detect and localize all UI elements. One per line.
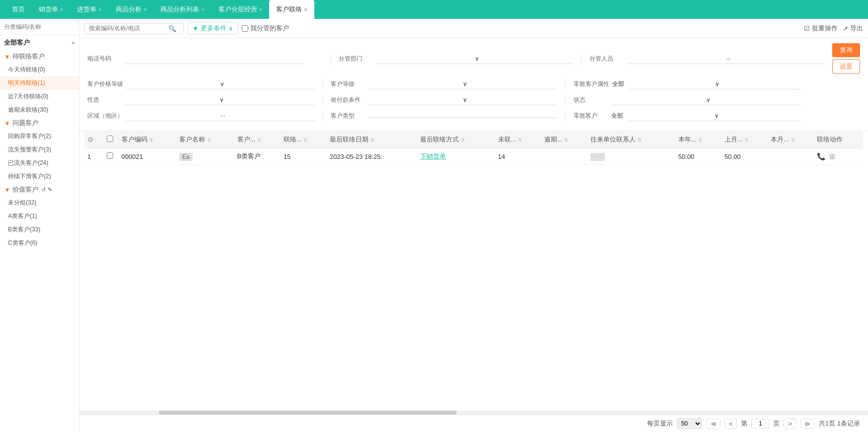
customer-table-container: ⚙ 客户编码 ⇅ 客户名称 ⇅ 客户... ⇅ 联络... ⇅ 最后联络日期 ⇅… [79,131,868,411]
sidebar-all-customers[interactable]: 全部客户 « [0,35,79,50]
close-icon[interactable]: × [60,6,63,12]
close-icon[interactable]: × [259,6,262,12]
filter-row-4: 区域（地区） ··· 客户类型 零散客户 全部 [87,110,860,122]
sidebar-item-repurchase[interactable]: 回购异常客户(2) [0,130,79,143]
settings-button[interactable]: 设置 [832,59,860,74]
customer-level-dropdown[interactable]: ∨ [368,79,558,89]
chevron-down-icon: ∨ [463,96,557,103]
last-page-button[interactable]: ⊳ [800,419,815,429]
close-icon[interactable]: × [98,6,101,12]
nav-product-analysis[interactable]: 商品分析 × [109,0,153,19]
search-icon[interactable]: 🔍 [168,25,176,32]
dots-icon: ··· [220,112,314,119]
th-overdue[interactable]: 逾期... ⇅ [541,131,587,148]
th-this-month[interactable]: 本月... ⇅ [768,131,814,148]
row-checkbox[interactable] [107,152,113,159]
sidebar-item-overdue[interactable]: 逾期未联络(30) [0,103,79,117]
th-gear[interactable]: ⚙ [84,131,104,148]
th-last-date[interactable]: 最后联络日期 ⇅ [327,131,417,148]
batch-operation-button[interactable]: ☑ 批量操作 [804,24,838,33]
collapse-icon[interactable]: « [72,39,75,46]
phone-icon[interactable]: 📞 [817,152,825,160]
phone-input[interactable] [125,54,304,64]
td-last-method[interactable]: 下销货单 [417,148,495,165]
customer-type-dropdown[interactable] [368,114,558,118]
prev-page-button[interactable]: < [724,419,737,429]
export-icon: ↗ [843,25,848,32]
sort-icon: ⇅ [257,137,261,143]
payment-dropdown[interactable]: ∨ [368,95,558,105]
query-button[interactable]: 查询 [832,43,860,57]
sidebar-item-b-class[interactable]: B类客户(33) [0,223,79,236]
retail-customer-dropdown[interactable]: ∨ [628,111,800,121]
close-icon[interactable]: × [144,6,146,12]
filter-dept: 分管部门 ∨ [339,54,574,64]
sidebar-item-churned[interactable]: 已流失客户(24) [0,156,79,170]
sort-icon: ⇅ [791,137,795,143]
nature-dropdown[interactable]: ∨ [125,95,314,105]
close-icon[interactable]: × [304,6,307,12]
page-size-select[interactable]: 50 100 [677,418,702,429]
th-last-method[interactable]: 最后联络方式 ⇅ [417,131,495,148]
next-page-button[interactable]: > [784,419,796,429]
my-customers-checkbox[interactable] [242,25,248,32]
sidebar-item-7days[interactable]: 近7天待联络(0) [0,90,79,103]
action-buttons: 查询 设置 [832,43,860,74]
dept-dropdown[interactable]: ∨ [376,54,574,64]
td-checkbox[interactable] [104,148,119,165]
th-this-year[interactable]: 本年... ⇅ [675,131,722,148]
sidebar-item-declining[interactable]: 持续下滑客户(2) [0,170,79,183]
scrollbar-thumb[interactable] [159,411,457,415]
th-contact-count[interactable]: 联络... ⇅ [281,131,327,148]
th-last-month[interactable]: 上月... ⇅ [722,131,768,148]
td-overdue [541,148,587,165]
sort-icon: ⇅ [149,137,153,143]
sidebar-item-a-class[interactable]: A类客户(1) [0,210,79,223]
sidebar-group-problem: ▼ 问题客户 [0,117,79,130]
th-type[interactable]: 客户... ⇅ [234,131,281,148]
sidebar-item-c-class[interactable]: C类客户(6) [0,236,79,250]
status-dropdown[interactable]: ∨ [611,95,800,105]
sidebar-item-ungrouped[interactable]: 未分组(32) [0,196,79,210]
sort-icon: ⇅ [564,137,568,143]
grid-icon[interactable]: ⊞ [829,152,835,160]
top-nav: 首页 销货单 × 进货单 × 商品分析 × 商品分析列表 × 客户分层经营 × … [0,0,868,19]
region-dropdown[interactable]: ··· [126,111,314,121]
select-all-checkbox[interactable] [107,136,113,142]
price-level-dropdown[interactable]: ∨ [126,79,314,89]
nav-sales[interactable]: 销货单 × [32,0,70,19]
filter-row-3: 性质 ∨ 收付款条件 ∨ 状态 [87,94,860,106]
horizontal-scrollbar[interactable] [79,411,868,415]
close-icon[interactable]: × [201,6,204,12]
my-customers-checkbox-label[interactable]: 我分管的客户 [242,24,289,33]
export-button[interactable]: ↗ 导出 [843,24,863,33]
first-page-button[interactable]: ⊲ [706,419,721,429]
nav-product-analysis-list[interactable]: 商品分析列表 × [153,0,211,19]
sidebar-item-today[interactable]: 今天待联络(0) [0,63,79,76]
gear-icon[interactable]: ⚙ [87,136,94,144]
td-last-month: 50.00 [722,148,768,165]
nav-purchase[interactable]: 进货单 × [70,0,108,19]
filter-customer-level: 客户等级 ∨ [331,79,558,89]
th-checkbox[interactable] [104,131,119,148]
page-input[interactable] [751,419,769,429]
th-not-contacted[interactable]: 未联... ⇅ [495,131,541,148]
nav-home[interactable]: 首页 [5,0,32,19]
manager-dropdown[interactable]: ··· [627,54,824,64]
nav-customer-contact[interactable]: 客户联络 × [269,0,314,19]
td-code: 000021 [119,148,177,165]
th-code[interactable]: 客户编码 ⇅ [119,131,177,148]
sidebar-item-churn-warning[interactable]: 流失预警客户(3) [0,143,79,156]
td-action: 📞 ⊞ [814,148,863,165]
search-input[interactable] [89,25,168,32]
sidebar-item-tomorrow[interactable]: 明天待联络(1) [0,76,79,90]
more-filter-button[interactable]: ▼ 更多条件 ∧ [188,22,238,35]
sidebar-search-input[interactable] [4,23,78,30]
nav-customer-layered[interactable]: 客户分层经营 × [212,0,269,19]
th-name[interactable]: 客户名称 ⇅ [176,131,234,148]
filter-price-level: 客户价格等级 ∨ [87,79,314,89]
filter-manager: 分管人员 ··· [589,54,824,64]
retail-attr-dropdown[interactable]: ∨ [629,79,800,89]
filter-status: 状态 ∨ [574,95,800,105]
th-contact-person[interactable]: 往来单位联系人 ⇅ [587,131,675,148]
